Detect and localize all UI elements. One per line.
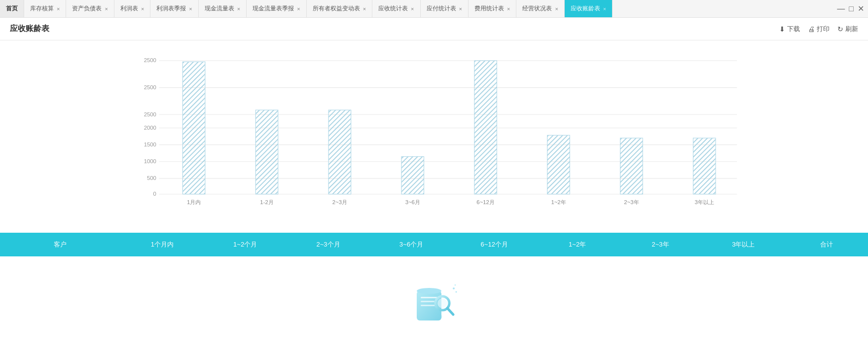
tab-close-ap-stats[interactable]: ×	[459, 6, 462, 12]
tab-label-profit: 利润表	[120, 4, 138, 13]
svg-rect-21	[328, 110, 351, 194]
print-button[interactable]: 🖨 打印	[808, 25, 830, 34]
svg-text:0: 0	[153, 191, 156, 197]
bar-3年以上: 3年以上	[693, 138, 716, 205]
svg-rect-35	[421, 297, 437, 298]
tab-home[interactable]: 首页	[0, 0, 24, 18]
refresh-label: 刷新	[845, 25, 858, 34]
tab-close-ar-stats[interactable]: ×	[411, 6, 414, 12]
svg-text:2500: 2500	[144, 84, 156, 90]
bar-1-2月: 1-2月	[255, 110, 278, 205]
tab-ar-aging[interactable]: 应收账龄表×	[565, 0, 613, 18]
svg-text:1-2月: 1-2月	[260, 199, 273, 205]
tab-ap-stats[interactable]: 应付统计表×	[421, 0, 469, 18]
close-button[interactable]: ✕	[858, 4, 864, 13]
svg-rect-27	[547, 135, 570, 194]
header-actions: ⬇ 下载 🖨 打印 ↻ 刷新	[779, 25, 858, 34]
page-title: 应收账龄表	[10, 24, 49, 34]
tab-close-expense-stats[interactable]: ×	[507, 6, 510, 12]
tab-close-cashflow[interactable]: ×	[237, 6, 240, 12]
table-header-year1to2: 1~2年	[536, 240, 618, 249]
tab-label-balance-sheet: 资产负债表	[72, 4, 102, 13]
table-header-year3plus: 3年以上	[702, 240, 785, 249]
svg-rect-37	[421, 305, 436, 306]
download-label: 下载	[787, 25, 800, 34]
svg-line-41	[447, 308, 453, 315]
svg-point-42	[453, 287, 455, 289]
tab-close-equity-changes[interactable]: ×	[363, 6, 366, 12]
tab-profit-quarterly[interactable]: 利润表季报×	[150, 0, 198, 18]
svg-rect-29	[620, 138, 643, 194]
tab-close-profit[interactable]: ×	[141, 6, 144, 12]
bar-6-12月: 6~12月	[474, 61, 497, 205]
svg-text:1~2年: 1~2年	[551, 199, 566, 205]
print-label: 打印	[817, 25, 830, 34]
download-icon: ⬇	[779, 25, 785, 33]
window-controls: — □ ✕	[837, 4, 868, 13]
tab-expense-stats[interactable]: 费用统计表×	[469, 0, 516, 18]
svg-rect-17	[182, 62, 205, 194]
svg-text:1500: 1500	[144, 142, 156, 147]
tab-close-inventory[interactable]: ×	[57, 6, 60, 12]
tab-label-cashflow: 现金流量表	[205, 4, 234, 13]
print-icon: 🖨	[808, 25, 815, 33]
tab-close-profit-quarterly[interactable]: ×	[189, 6, 192, 12]
tab-close-balance-sheet[interactable]: ×	[105, 6, 108, 12]
svg-text:3~6月: 3~6月	[405, 199, 420, 205]
tab-label-home: 首页	[6, 4, 18, 13]
svg-rect-25	[474, 61, 497, 194]
table-header-customer: 客户	[0, 240, 121, 249]
table-header: 客户1个月内1~2个月2~3个月3~6个月6~12个月1~2年2~3年3年以上合…	[0, 233, 868, 256]
tab-inventory[interactable]: 库存核算×	[24, 0, 66, 18]
tab-cashflow-quarterly[interactable]: 现金流量表季报×	[247, 0, 306, 18]
tab-balance-sheet[interactable]: 资产负债表×	[66, 0, 114, 18]
svg-rect-23	[401, 157, 424, 194]
table-header-month6to12: 6~12个月	[453, 240, 536, 249]
chart-area: 2500 2500 2500 2000 1500 1000 500	[0, 40, 868, 233]
tab-close-cashflow-quarterly[interactable]: ×	[297, 6, 300, 12]
bar-3-6月: 3~6月	[401, 157, 424, 206]
page-header: 应收账龄表 ⬇ 下载 🖨 打印 ↻ 刷新	[0, 18, 868, 40]
tab-close-operations[interactable]: ×	[555, 6, 558, 12]
refresh-button[interactable]: ↻ 刷新	[837, 25, 858, 34]
tab-ar-stats[interactable]: 应收统计表×	[372, 0, 420, 18]
tab-operations[interactable]: 经营状况表×	[516, 0, 564, 18]
table-header-month1to2: 1~2个月	[204, 240, 287, 249]
tab-cashflow[interactable]: 现金流量表×	[199, 0, 247, 18]
minimize-button[interactable]: —	[837, 4, 845, 13]
svg-rect-31	[693, 138, 716, 194]
bar-2-3月: 2~3月	[328, 110, 351, 205]
empty-state	[0, 256, 868, 355]
svg-text:1000: 1000	[144, 158, 156, 164]
y-axis: 2500 2500 2500 2000 1500 1000 500	[144, 57, 737, 197]
tab-profit[interactable]: 利润表×	[114, 0, 150, 18]
table-header-total: 合计	[785, 240, 868, 249]
tab-label-ap-stats: 应付统计表	[427, 4, 456, 13]
svg-point-43	[456, 291, 457, 293]
table-header-month3to6: 3~6个月	[370, 240, 453, 249]
refresh-icon: ↻	[837, 25, 843, 33]
svg-text:2500: 2500	[144, 111, 156, 117]
bar-2-3年: 2~3年	[620, 138, 643, 205]
svg-text:2~3月: 2~3月	[332, 199, 347, 205]
svg-point-38	[417, 288, 441, 294]
table-header-year2to3: 2~3年	[619, 240, 702, 249]
svg-rect-19	[255, 110, 278, 194]
svg-text:500: 500	[147, 175, 156, 181]
empty-illustration	[407, 276, 461, 325]
tab-close-ar-aging[interactable]: ×	[603, 6, 606, 12]
download-button[interactable]: ⬇ 下载	[779, 25, 800, 34]
tab-label-equity-changes: 所有者权益变动表	[313, 4, 360, 13]
tab-label-expense-stats: 费用统计表	[474, 4, 504, 13]
table-header-month2to3: 2~3个月	[287, 240, 369, 249]
tab-label-operations: 经营状况表	[522, 4, 552, 13]
tab-label-cashflow-quarterly: 现金流量表季报	[253, 4, 294, 13]
maximize-button[interactable]: □	[849, 4, 854, 13]
tab-label-inventory: 库存核算	[30, 4, 54, 13]
tab-label-profit-quarterly: 利润表季报	[156, 4, 186, 13]
tab-label-ar-aging: 应收账龄表	[571, 4, 600, 13]
svg-text:2000: 2000	[144, 125, 156, 131]
main-content: 2500 2500 2500 2000 1500 1000 500	[0, 40, 868, 355]
svg-text:6~12月: 6~12月	[476, 199, 495, 205]
tab-equity-changes[interactable]: 所有者权益变动表×	[307, 0, 372, 18]
